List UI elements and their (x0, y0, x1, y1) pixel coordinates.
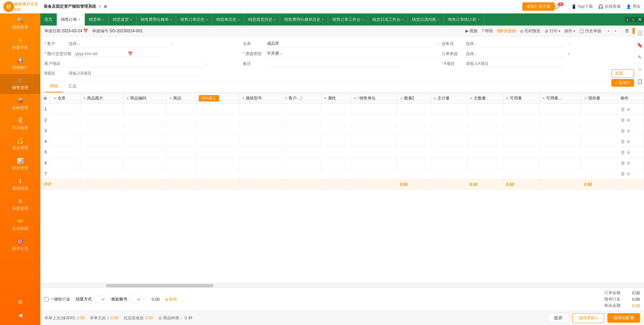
th-stock[interactable]: ⇅ 现存量 (581, 93, 617, 104)
sort-icon[interactable]: ⇅ (83, 96, 86, 100)
tab-prev-btn[interactable]: ‹ (625, 17, 631, 22)
dropdown-arrow-icon[interactable]: ▾ (99, 4, 101, 9)
cell-available2[interactable] (539, 136, 581, 147)
list-view-btn[interactable]: ☰ (623, 28, 631, 34)
cell-customer-code[interactable] (282, 168, 321, 179)
cell-code[interactable] (123, 168, 166, 179)
cell-code[interactable] (123, 104, 166, 115)
delete-row-icon[interactable]: 🗑 (620, 171, 625, 176)
cell-unit[interactable] (350, 125, 397, 136)
tab-close-icon[interactable]: × (402, 18, 404, 22)
cell-available2[interactable] (539, 158, 581, 168)
right-panel-icon-2[interactable]: 🔖 (635, 39, 644, 51)
sidebar-item-basic[interactable]: ℹ 基础信息 (0, 174, 40, 195)
sidebar-item-operation[interactable]: 📊 经营管理 (0, 154, 40, 174)
cell-available[interactable] (503, 147, 539, 158)
th-customer-code[interactable]: ⇅ 客户... ℹ (282, 93, 321, 104)
tab-close-icon[interactable]: × (170, 18, 172, 22)
cell-attr[interactable] (321, 115, 350, 125)
cell-available[interactable] (503, 158, 539, 168)
cell-unit[interactable] (350, 115, 397, 125)
cell-code[interactable] (123, 115, 166, 125)
sidebar-item-system[interactable]: ⚙ 系统管理 (0, 195, 40, 215)
cell-attr[interactable] (321, 158, 350, 168)
tab-next-btn[interactable]: › (630, 17, 636, 22)
right-panel-icon-3[interactable]: ✎ (635, 51, 644, 63)
tab-sales-return[interactable]: 销货退货 × (109, 13, 137, 26)
save-draft-arrow-icon[interactable]: ▾ (596, 316, 598, 320)
customer-more-btn[interactable]: ··· (169, 41, 176, 46)
customer-input[interactable] (67, 40, 167, 47)
delivery-date-input[interactable] (75, 51, 126, 56)
cell-spec[interactable] (239, 147, 282, 158)
cell-scan[interactable] (196, 115, 239, 125)
subtab-detail[interactable]: 明细 (44, 81, 63, 92)
cell-scan[interactable] (196, 147, 239, 158)
invoice-select[interactable]: 不开票 ▾ (265, 50, 441, 57)
cell-available2[interactable] (539, 125, 581, 136)
cell-image[interactable] (80, 125, 123, 136)
sidebar-settings[interactable]: ⚙ (0, 295, 40, 309)
cell-warehouse[interactable] (51, 104, 80, 115)
industry-btn[interactable]: 体验行业方案 (522, 2, 555, 11)
save-draft-btn[interactable]: 保存草稿 ▾ (572, 313, 604, 323)
cell-warehouse[interactable] (51, 168, 80, 179)
cell-spec[interactable] (239, 168, 282, 179)
th-available[interactable]: ⇅ 可用量 (503, 93, 539, 104)
cell-available[interactable] (503, 136, 539, 147)
cell-stock[interactable] (581, 147, 617, 158)
cell-main-qty[interactable] (467, 136, 503, 147)
tab-close-icon[interactable]: × (322, 18, 324, 22)
cell-qty2[interactable] (397, 136, 430, 147)
copy-row-icon[interactable]: ⊕ (627, 171, 631, 176)
settings-icon[interactable]: ⚙ (104, 4, 107, 9)
tab-close-icon[interactable]: × (238, 18, 240, 22)
account-select[interactable] (129, 296, 142, 303)
cell-attr[interactable] (321, 104, 350, 115)
cell-attr[interactable] (321, 168, 350, 179)
cell-product[interactable] (166, 158, 196, 168)
cell-qty2[interactable] (397, 115, 430, 125)
cell-unit[interactable] (350, 104, 397, 115)
cell-available[interactable] (503, 168, 539, 179)
delivery-date-field[interactable]: 📅 (73, 51, 161, 57)
copy-row-icon[interactable]: ⊕ (627, 150, 631, 155)
th-unit[interactable]: ⇅ * 销售单位 (350, 93, 397, 104)
account-more-btn[interactable]: ··· (143, 297, 146, 302)
cell-available2[interactable] (539, 168, 581, 179)
right-panel-icon-5[interactable]: 📋 (635, 75, 644, 87)
cell-warehouse[interactable] (51, 147, 80, 158)
copy-row-icon[interactable]: ⊕ (627, 139, 631, 144)
cell-main-qty[interactable] (467, 104, 503, 115)
shortcut-btn[interactable]: ⌨ 快捷键 (497, 28, 516, 34)
cell-image[interactable] (80, 115, 123, 125)
sidebar-collapse[interactable]: ◀ (0, 309, 40, 322)
remark-input[interactable] (265, 60, 400, 67)
scroll-bar-area[interactable] (40, 283, 644, 288)
cell-spec[interactable] (239, 136, 282, 147)
cell-scan[interactable] (196, 158, 239, 168)
cell-main-unit[interactable] (430, 158, 467, 168)
th-attr[interactable]: ⇅ 属性 (321, 93, 350, 104)
sort-icon[interactable]: ⇅ (169, 96, 172, 100)
cell-unit[interactable] (350, 158, 397, 168)
cell-stock[interactable] (581, 115, 617, 125)
cell-qty2[interactable] (397, 104, 430, 115)
delete-row-icon[interactable]: 🗑 (620, 150, 625, 155)
copy-row-icon[interactable]: ⊕ (627, 160, 631, 166)
b-project-input[interactable] (67, 70, 201, 77)
view-btn[interactable]: ▶ 视频 (465, 28, 478, 34)
payment-method-select[interactable] (93, 296, 106, 303)
tab-return-history[interactable]: 销货退货历史 × (244, 13, 280, 26)
warehouse-select[interactable]: 成品库 (265, 40, 433, 47)
cell-stock[interactable] (581, 168, 617, 179)
sidebar-item-marketing[interactable]: 📢 营销推广 (0, 54, 40, 74)
cell-qty2[interactable] (397, 125, 430, 136)
cell-stock[interactable] (581, 125, 617, 136)
sort-icon[interactable]: ⇅ (506, 96, 508, 100)
cell-available2[interactable] (539, 115, 581, 125)
cell-main-qty[interactable] (467, 115, 503, 125)
copy-row-icon[interactable]: ⊕ (627, 117, 631, 123)
tab-sales-fee[interactable]: 销售费用分摊单 × (137, 13, 177, 26)
staff-input[interactable] (464, 40, 565, 47)
